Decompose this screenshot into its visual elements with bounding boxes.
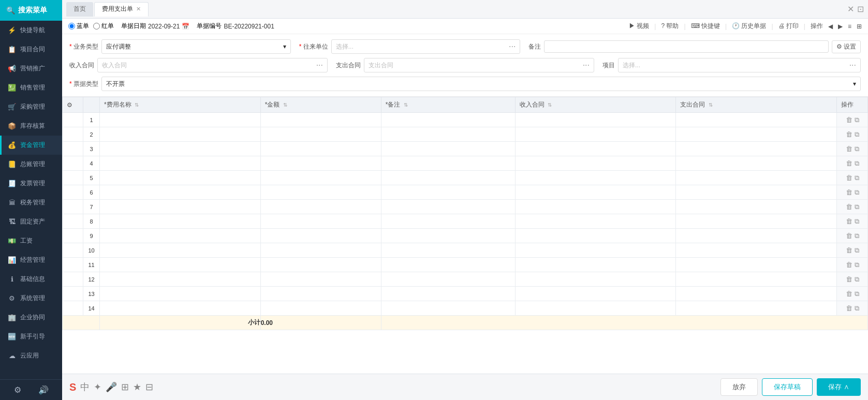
print-btn[interactable]: 🖨 打印 [778, 22, 799, 31]
row-name-9[interactable] [100, 229, 261, 243]
row-checkbox-13[interactable] [63, 287, 83, 301]
row-note-3[interactable] [381, 142, 515, 156]
view-list-btn[interactable]: ≡ [848, 23, 851, 30]
row-amount-7[interactable] [260, 200, 381, 214]
expense-contract-select[interactable]: 支出合同 ··· [364, 58, 594, 72]
row-copy-icon-4[interactable]: ⧉ [855, 159, 859, 168]
row-copy-icon-3[interactable]: ⧉ [855, 145, 859, 153]
sidebar-item-fixed-assets[interactable]: 🏗 固定资产 [0, 212, 62, 231]
expense-dots-icon[interactable]: ··· [583, 61, 590, 70]
partner-dots-icon[interactable]: ··· [509, 42, 516, 51]
row-checkbox-4[interactable] [63, 156, 83, 171]
row-name-8[interactable] [100, 214, 261, 229]
sidebar-item-invoice[interactable]: 🧾 发票管理 [0, 174, 62, 193]
row-name-4[interactable] [100, 156, 261, 171]
row-delete-icon-1[interactable]: 🗑 [846, 116, 852, 124]
row-expense-4[interactable] [676, 156, 837, 171]
row-checkbox-3[interactable] [63, 142, 83, 156]
brand-zhong-icon[interactable]: 中 [80, 381, 90, 393]
blue-radio[interactable]: 蓝单 [68, 22, 89, 31]
bill-type-select[interactable]: 不开票 ▾ [101, 77, 861, 91]
row-amount-8[interactable] [260, 214, 381, 229]
col-settings-header[interactable]: ⚙ [63, 97, 83, 113]
row-name-12[interactable] [100, 272, 261, 287]
row-expense-3[interactable] [676, 142, 837, 156]
remark-input[interactable] [544, 40, 829, 53]
row-copy-icon-10[interactable]: ⧉ [855, 246, 859, 255]
row-delete-icon-9[interactable]: 🗑 [846, 232, 852, 240]
shortcut-btn[interactable]: ⌨ 快捷键 [691, 22, 720, 31]
nav-prev-btn[interactable]: ◀ [828, 23, 833, 30]
row-checkbox-11[interactable] [63, 258, 83, 272]
row-income-9[interactable] [515, 229, 676, 243]
col-income-header[interactable]: 收入合同 ⇅ [515, 97, 676, 113]
row-name-5[interactable] [100, 171, 261, 185]
row-amount-3[interactable] [260, 142, 381, 156]
calendar-icon[interactable]: 📅 [182, 23, 189, 30]
sidebar-header[interactable]: 🔍 搜索菜单 [0, 0, 62, 21]
sidebar-item-basic-info[interactable]: ℹ 基础信息 [0, 270, 62, 289]
row-name-10[interactable] [100, 243, 261, 258]
row-note-1[interactable] [381, 113, 515, 127]
row-income-11[interactable] [515, 258, 676, 272]
row-income-6[interactable] [515, 185, 676, 200]
tab-home[interactable]: 首页 [66, 2, 93, 17]
window-resize-icon[interactable]: ⊡ [857, 4, 864, 14]
sidebar-item-capital[interactable]: 💰 资金管理 [0, 136, 62, 155]
row-checkbox-7[interactable] [63, 200, 83, 214]
row-amount-5[interactable] [260, 171, 381, 185]
row-income-10[interactable] [515, 243, 676, 258]
brand-table-icon[interactable]: ⊟ [145, 381, 153, 393]
row-name-13[interactable] [100, 287, 261, 301]
row-checkbox-9[interactable] [63, 229, 83, 243]
business-type-select[interactable]: 应付调整 ▾ [101, 39, 291, 54]
row-copy-icon-12[interactable]: ⧉ [855, 275, 859, 284]
sidebar-item-system[interactable]: ⚙ 系统管理 [0, 289, 62, 308]
row-copy-icon-7[interactable]: ⧉ [855, 203, 859, 211]
row-delete-icon-10[interactable]: 🗑 [846, 246, 852, 254]
row-checkbox-10[interactable] [63, 243, 83, 258]
row-note-11[interactable] [381, 258, 515, 272]
row-name-1[interactable] [100, 113, 261, 127]
row-amount-10[interactable] [260, 243, 381, 258]
red-radio[interactable]: 红单 [93, 22, 114, 31]
row-note-7[interactable] [381, 200, 515, 214]
row-expense-6[interactable] [676, 185, 837, 200]
row-copy-icon-6[interactable]: ⧉ [855, 188, 859, 197]
row-note-6[interactable] [381, 185, 515, 200]
brand-star-icon[interactable]: ★ [133, 381, 141, 393]
row-expense-13[interactable] [676, 287, 837, 301]
row-copy-icon-13[interactable]: ⧉ [855, 290, 859, 298]
sidebar-item-enterprise[interactable]: 🏢 企业协同 [0, 308, 62, 327]
row-copy-icon-9[interactable]: ⧉ [855, 232, 859, 240]
sidebar-item-project-contract[interactable]: 📋 项目合同 [0, 40, 62, 59]
row-name-3[interactable] [100, 142, 261, 156]
row-note-14[interactable] [381, 301, 515, 316]
row-name-14[interactable] [100, 301, 261, 316]
row-delete-icon-7[interactable]: 🗑 [846, 203, 852, 211]
row-expense-5[interactable] [676, 171, 837, 185]
row-expense-8[interactable] [676, 214, 837, 229]
row-note-9[interactable] [381, 229, 515, 243]
help-btn[interactable]: ? 帮助 [661, 22, 679, 31]
row-expense-14[interactable] [676, 301, 837, 316]
save-draft-button[interactable]: 保存草稿 [762, 378, 813, 396]
window-close-icon[interactable]: ✕ [847, 4, 854, 14]
settings-icon[interactable]: ⚙ [14, 385, 21, 395]
discard-button[interactable]: 放弃 [720, 378, 758, 396]
sidebar-item-operations[interactable]: 📊 经营管理 [0, 250, 62, 270]
row-income-4[interactable] [515, 156, 676, 171]
row-amount-4[interactable] [260, 156, 381, 171]
row-income-2[interactable] [515, 127, 676, 142]
col-name-header[interactable]: *费用名称 ⇅ [100, 97, 261, 113]
row-delete-icon-6[interactable]: 🗑 [846, 188, 852, 196]
row-amount-14[interactable] [260, 301, 381, 316]
col-expense-header[interactable]: 支出合同 ⇅ [676, 97, 837, 113]
sidebar-item-inventory[interactable]: 📦 库存核算 [0, 116, 62, 136]
sidebar-item-ledger[interactable]: 📒 总账管理 [0, 155, 62, 174]
row-delete-icon-8[interactable]: 🗑 [846, 217, 852, 225]
video-btn[interactable]: ▶ 视频 [629, 22, 649, 31]
row-expense-12[interactable] [676, 272, 837, 287]
row-income-3[interactable] [515, 142, 676, 156]
setting-btn[interactable]: ⚙ 设置 [832, 40, 861, 53]
